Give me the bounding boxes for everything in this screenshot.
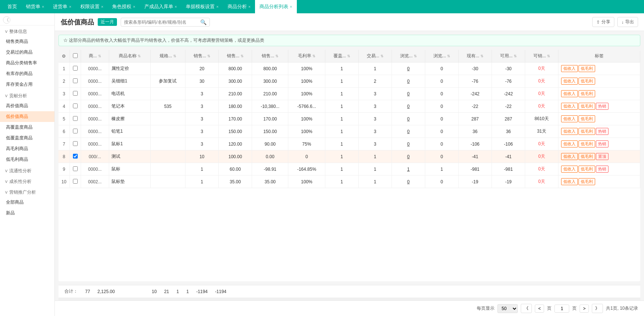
table-row[interactable]: 6 0000... 铅笔1 3 150.00 150.00 100% 1 3 0… [58, 125, 640, 138]
table-row[interactable]: 5 0000... 橡皮擦 3 170.00 170.00 100% 1 3 0… [58, 113, 640, 125]
nav-product-stock[interactable]: 产成品入库单 × [140, 0, 181, 13]
page-input[interactable] [554, 305, 569, 313]
nav-product-analysis-list-close[interactable]: × [290, 4, 292, 9]
first-page-btn[interactable]: 《 [521, 304, 532, 313]
sidebar-group-contribution[interactable]: ∨ 贡献分析 [0, 90, 54, 101]
nav-product-analysis-list[interactable]: 商品分析列表 × [255, 0, 296, 13]
col-margin[interactable]: 毛利率 ⇅ [288, 50, 325, 62]
sidebar-item-stock-goods[interactable]: 有库存的商品 [0, 68, 54, 79]
col-checkbox[interactable] [70, 50, 81, 62]
nav-template[interactable]: 单据模板设置 × [181, 0, 223, 13]
search-input[interactable] [124, 20, 198, 25]
cell-col7[interactable]: 0 [392, 62, 425, 75]
cell-col7[interactable]: 0 [392, 176, 425, 188]
per-page-select[interactable]: 50 20 100 [497, 304, 518, 313]
sidebar-group-overview[interactable]: ∨ 整体信息 [0, 26, 54, 36]
cell-checkbox[interactable] [70, 100, 81, 113]
sidebar-item-stock-fund[interactable]: 库存资金占用 [0, 79, 54, 90]
cell-checkbox[interactable] [70, 62, 81, 75]
sidebar-group-liquidity[interactable]: ∨ 流通性分析 [0, 165, 54, 176]
tag: 低收入 [561, 166, 578, 173]
cell-checkbox[interactable] [70, 138, 81, 150]
col-sales3[interactable]: 销售... ⇅ [252, 50, 288, 62]
cell-checkbox[interactable] [70, 88, 81, 100]
cell-col7[interactable]: 0 [392, 100, 425, 113]
col-spec[interactable]: 规格... ⇅ [150, 50, 185, 62]
col-current-stock[interactable]: 现有... ⇅ [459, 50, 492, 62]
table-row[interactable]: 1 0000... 属性定价 20 800.00 800.00 100% 1 1… [58, 62, 640, 75]
sidebar-item-low-value[interactable]: 低价值商品 [0, 111, 54, 122]
nav-role[interactable]: 角色授权 × [108, 0, 140, 13]
sidebar-item-high-value[interactable]: 高价值商品 [0, 101, 54, 111]
tag: 低收入 [561, 103, 578, 110]
scrollbar[interactable] [58, 298, 640, 300]
sidebar-item-sales-goods[interactable]: 销售类商品 [0, 36, 54, 47]
col-transaction[interactable]: 交易... ⇅ [358, 50, 392, 62]
nav-product-analysis[interactable]: 商品分析 × [223, 0, 255, 13]
col-browse1[interactable]: 浏览... ⇅ [392, 50, 425, 62]
nav-sales-close[interactable]: × [42, 4, 44, 9]
table-row[interactable]: 4 0000... 笔记本 535 3 180.00 -10,380... -5… [58, 100, 640, 113]
cell-col7[interactable]: 0 [392, 88, 425, 100]
nav-purchase[interactable]: 进货单 × [48, 0, 76, 13]
cell-checkbox[interactable] [70, 75, 81, 88]
sidebar-item-low-coverage[interactable]: 低覆盖度商品 [0, 133, 54, 143]
nav-sales[interactable]: 销货单 × [21, 0, 48, 13]
col-tags[interactable]: 标签 [559, 50, 640, 62]
select-all-checkbox[interactable] [73, 53, 78, 58]
nav-product-stock-close[interactable]: × [175, 4, 177, 9]
table-row[interactable]: 9 0000... 鼠标 1 60.00 -98.91 -164.85% 1 1… [58, 163, 640, 176]
col-sales2[interactable]: 销售... ⇅ [219, 50, 252, 62]
sidebar-collapse-btn[interactable]: 《 [3, 16, 10, 24]
search-icon[interactable]: 🔍 [200, 19, 207, 25]
table-row[interactable]: 7 0000... 鼠标1 3 120.00 90.00 75% 1 3 0 0… [58, 138, 640, 150]
sidebar-group-growth[interactable]: ∨ 成长性分析 [0, 176, 54, 186]
sidebar-group-marketing[interactable]: ∨ 营销推广分析 [0, 186, 54, 197]
cell-col7[interactable]: 0 [392, 75, 425, 88]
sidebar-item-low-margin[interactable]: 低毛利商品 [0, 154, 54, 165]
cell-checkbox[interactable] [70, 113, 81, 125]
sidebar-item-high-coverage[interactable]: 高覆盖度商品 [0, 122, 54, 133]
cell-col7[interactable]: 0 [392, 150, 425, 163]
nav-purchase-close[interactable]: × [69, 4, 71, 9]
col-sales1[interactable]: 销售... ⇅ [185, 50, 219, 62]
cell-col7[interactable]: 0 [392, 138, 425, 150]
sidebar-item-new-goods[interactable]: 新品 [0, 208, 54, 218]
notice-bar: ☆ 这部分商品的销售收入大幅低于商品平均销售收入，价值不高，可考虑调整营销策略，… [58, 35, 640, 46]
sidebar-item-category-rate[interactable]: 商品分类销售率 [0, 58, 54, 68]
col-browse2[interactable]: 浏览... ⇅ [425, 50, 458, 62]
sidebar-item-high-margin[interactable]: 高毛利商品 [0, 143, 54, 154]
nav-role-close[interactable]: × [133, 4, 135, 9]
table-row[interactable]: 3 0000... 电话机 3 210.00 210.00 100% 1 3 0… [58, 88, 640, 100]
prev-page-btn[interactable]: < [535, 305, 544, 313]
sidebar-item-traded-goods[interactable]: 交易过的商品 [0, 47, 54, 58]
nav-permission[interactable]: 权限设置 × [76, 0, 108, 13]
filter-tag[interactable]: 近一月 [98, 18, 117, 26]
nav-product-analysis-close[interactable]: × [248, 4, 251, 9]
cell-checkbox[interactable] [70, 163, 81, 176]
col-coverage[interactable]: 覆盖... ⇅ [325, 50, 358, 62]
nav-permission-close[interactable]: × [101, 4, 103, 9]
col-available-stock[interactable]: 可用... ⇅ [492, 50, 525, 62]
cell-col7[interactable]: 1 [392, 163, 425, 176]
nav-template-close[interactable]: × [216, 4, 218, 9]
col-name[interactable]: 商品名称 ⇅ [109, 50, 151, 62]
col-code[interactable]: 商... ⇅ [81, 50, 109, 62]
cell-tags: 低收入低毛利热销 [559, 138, 640, 150]
col-settings[interactable]: ⚙ [58, 50, 70, 62]
table-row[interactable]: 10 0002... 鼠标垫 1 35.00 35.00 100% 1 1 0 … [58, 176, 640, 188]
last-page-btn[interactable]: 》 [592, 304, 603, 313]
export-button[interactable]: ↓ 导出 [617, 17, 638, 27]
next-page-btn[interactable]: > [580, 305, 589, 313]
cell-checkbox[interactable] [70, 150, 81, 163]
cell-col7[interactable]: 0 [392, 113, 425, 125]
table-row[interactable]: 2 0000... 吴细细1 参加复试 30 300.00 300.00 100… [58, 75, 640, 88]
sidebar-item-all-goods[interactable]: 全部商品 [0, 197, 54, 208]
cell-col7[interactable]: 0 [392, 125, 425, 138]
share-button[interactable]: ⇧ 分享 [592, 17, 614, 27]
cell-checkbox[interactable] [70, 176, 81, 188]
nav-home[interactable]: 首页 [3, 0, 21, 13]
col-sellable-stock[interactable]: 可销... ⇅ [525, 50, 559, 62]
cell-checkbox[interactable] [70, 125, 81, 138]
table-row[interactable]: 8 000/... 测试 10 100.00 0.00 0 1 1 0 0 -4… [58, 150, 640, 163]
